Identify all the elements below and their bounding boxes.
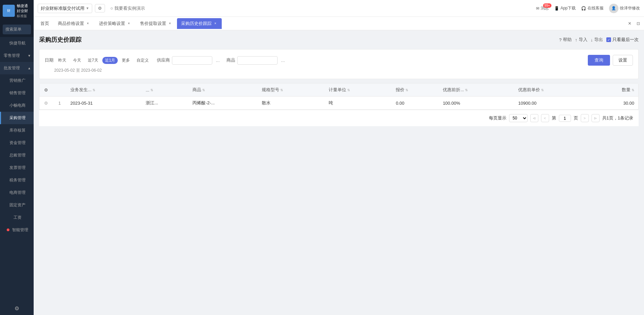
main-content: 好业财标准版交付试用 ▼ ⚙ ○ 我要看实例演示 ✉ 消息 99+ 📱 App下… <box>34 0 644 315</box>
th-spec[interactable]: 规格型号 ⇅ <box>258 83 325 97</box>
filter-actions: 查询 设置 <box>588 55 633 66</box>
only-latest-checkbox-label[interactable]: ✓ 只看最后一次 <box>606 37 639 43</box>
version-selector[interactable]: 好业财标准版交付试用 ▼ <box>38 4 92 13</box>
tab-purchase-history[interactable]: 采购历史价跟踪 × <box>177 18 222 29</box>
goods-dots-button[interactable]: ... <box>280 58 286 63</box>
tab-price-settings-close[interactable]: × <box>85 21 90 26</box>
online-service-button[interactable]: 🎧 在线客服 <box>581 5 604 11</box>
tabbar-controls: × ⊡ <box>627 21 641 27</box>
tab-price-settings[interactable]: 商品价格设置 × <box>54 18 94 29</box>
app-download-button[interactable]: 📱 App下载 <box>554 5 576 11</box>
search-menu-button[interactable]: 搜索菜单 <box>3 25 31 34</box>
cell-quote: 0.00 <box>392 97 439 110</box>
date-opt-more[interactable]: 更多 <box>119 57 133 64</box>
sidebar-bottom: ⚙ <box>0 302 34 315</box>
chevron-down-icon: ▼ <box>28 54 31 58</box>
messages-button[interactable]: ✉ 消息 99+ <box>536 5 549 11</box>
th-goods[interactable]: 商品 ⇅ <box>188 83 258 97</box>
chevron-up-icon: ▲ <box>28 66 31 70</box>
tab-expand-button[interactable]: ⊡ <box>635 21 641 26</box>
prev-page-button[interactable]: < <box>541 114 549 122</box>
sidebar-item-wholesale[interactable]: 批发管理 ▲ <box>0 62 34 74</box>
sidebar-item-purchase[interactable]: 采购管理 <box>0 112 34 124</box>
sort-unit-icon: ⇅ <box>347 88 350 92</box>
date-options: 昨天 今天 近7天 近1月 更多 自定义 <box>56 57 151 64</box>
page-area: 采购历史价跟踪 ? 帮助 ↑ 导入 ↓ 导出 ✓ 只 <box>34 30 644 315</box>
settings-button[interactable]: 设置 <box>613 55 633 66</box>
goods-input[interactable] <box>237 56 278 65</box>
tab-purchase-strategy-close[interactable]: × <box>127 21 131 26</box>
th-quote[interactable]: 报价 ⇅ <box>392 83 439 97</box>
sort-quantity-icon: ⇅ <box>632 88 634 92</box>
sidebar-item-marketing[interactable]: 营销推广 <box>0 74 34 87</box>
th-discount[interactable]: 优惠前折... ⇅ <box>439 83 514 97</box>
filter-bar: 日期 昨天 今天 近7天 近1月 更多 自定义 供应商 ... <box>39 49 639 79</box>
sidebar-item-retail[interactable]: 零售管理 ▼ <box>0 49 34 62</box>
sidebar-item-smart[interactable]: 智能管理 <box>0 224 34 236</box>
sort-quote-icon: ⇅ <box>405 88 408 92</box>
date-opt-7days[interactable]: 近7天 <box>85 57 101 64</box>
only-latest-checkbox[interactable]: ✓ <box>606 37 611 42</box>
sidebar-item-fixed-assets[interactable]: 固定资产 <box>0 199 34 211</box>
sort-spec-icon: ⇅ <box>280 88 283 92</box>
table-container: ⚙ 业务发生... ⇅ ... ⇅ <box>39 83 639 110</box>
th-quantity[interactable]: 数量 ⇅ <box>591 83 638 97</box>
pagination: 每页显示 50 20 100 ⊲ < 第 1 页 > ⊳ 共1页，1条记录 <box>39 110 639 126</box>
sidebar-item-ecommerce[interactable]: 电商管理 <box>0 186 34 199</box>
gear-icon[interactable]: ⚙ <box>14 305 19 312</box>
topbar-settings-button[interactable]: ⚙ <box>95 4 105 12</box>
tab-close-all-button[interactable]: × <box>627 21 633 27</box>
th-num <box>53 83 66 97</box>
demo-link[interactable]: ○ 我要看实例演示 <box>110 5 145 11</box>
date-opt-yesterday[interactable]: 昨天 <box>56 57 69 64</box>
tab-sale-price-close[interactable]: × <box>168 21 172 26</box>
first-page-button[interactable]: ⊲ <box>530 114 538 122</box>
last-page-button[interactable]: ⊳ <box>592 114 600 122</box>
tab-purchase-strategy[interactable]: 进价策略设置 × <box>95 18 135 29</box>
sidebar-search-area: 搜索菜单 <box>0 22 34 37</box>
sidebar-item-quick-nav[interactable]: 快捷导航 <box>0 37 34 49</box>
table-header-row: ⚙ 业务发生... ⇅ ... ⇅ <box>39 83 638 97</box>
cell-pre-discount-price: 10900.00 <box>514 97 591 110</box>
supplier-dots-button[interactable]: ... <box>214 58 221 63</box>
sidebar-item-invoice[interactable]: 发票管理 <box>0 162 34 174</box>
page-number-input[interactable]: 1 <box>559 115 571 122</box>
th-unit[interactable]: 计量单位 ⇅ <box>325 83 392 97</box>
sort-discount-icon: ⇅ <box>465 88 468 92</box>
sidebar-item-salary[interactable]: 工资 <box>0 211 34 224</box>
tab-purchase-history-close[interactable]: × <box>213 21 218 26</box>
cell-date: 2023-05-31 <box>66 97 142 110</box>
date-opt-custom[interactable]: 自定义 <box>134 57 151 64</box>
th-gear[interactable]: ⚙ <box>39 83 53 97</box>
sidebar-item-sales[interactable]: 销售管理 <box>0 87 34 99</box>
th-date[interactable]: 业务发生... ⇅ <box>66 83 142 97</box>
sidebar-logo: 财 畅捷通好业财 标准版 <box>0 0 34 22</box>
tab-home[interactable]: 首页 <box>36 18 53 29</box>
tabbar: 首页 商品价格设置 × 进价策略设置 × 售价提取设置 × 采购历史价跟踪 × … <box>34 17 644 30</box>
per-page-select[interactable]: 50 20 100 <box>509 114 528 122</box>
page-header-actions: ? 帮助 ↑ 导入 ↓ 导出 ✓ 只看最后一次 <box>559 37 639 43</box>
next-page-button[interactable]: > <box>581 114 589 122</box>
user-menu-button[interactable]: 👤 徐泽华修改 <box>609 4 640 13</box>
tab-sale-price[interactable]: 售价提取设置 × <box>136 18 176 29</box>
headset-icon: 🎧 <box>581 6 586 11</box>
sidebar-item-ledger[interactable]: 总账管理 <box>0 149 34 162</box>
query-button[interactable]: 查询 <box>588 55 610 66</box>
sidebar-item-ecommerce-small[interactable]: 小畅电商 <box>0 99 34 112</box>
sidebar-item-tax[interactable]: 税务管理 <box>0 174 34 186</box>
table-row[interactable]: ⚙ 1 2023-05-31 浙江... 丙烯酸-2-... 散水 吨 0.00… <box>39 97 638 110</box>
date-opt-today[interactable]: 今天 <box>70 57 84 64</box>
date-opt-1month[interactable]: 近1月 <box>102 57 118 64</box>
supplier-input[interactable] <box>172 56 212 65</box>
cell-unit: 吨 <box>325 97 392 110</box>
cell-action: ⚙ <box>39 97 53 110</box>
export-button[interactable]: ↓ 导出 <box>591 37 603 43</box>
cell-num: 1 <box>53 97 66 110</box>
th-pre-discount-price[interactable]: 优惠前单价 ⇅ <box>514 83 591 97</box>
help-button[interactable]: ? 帮助 <box>559 37 572 43</box>
import-button[interactable]: ↑ 导入 <box>575 37 587 43</box>
sidebar-item-capital[interactable]: 资金管理 <box>0 137 34 149</box>
topbar-right: ✉ 消息 99+ 📱 App下载 🎧 在线客服 👤 徐泽华修改 <box>536 4 640 13</box>
th-more[interactable]: ... ⇅ <box>142 83 188 97</box>
sidebar-item-inventory[interactable]: 库存核算 <box>0 124 34 137</box>
